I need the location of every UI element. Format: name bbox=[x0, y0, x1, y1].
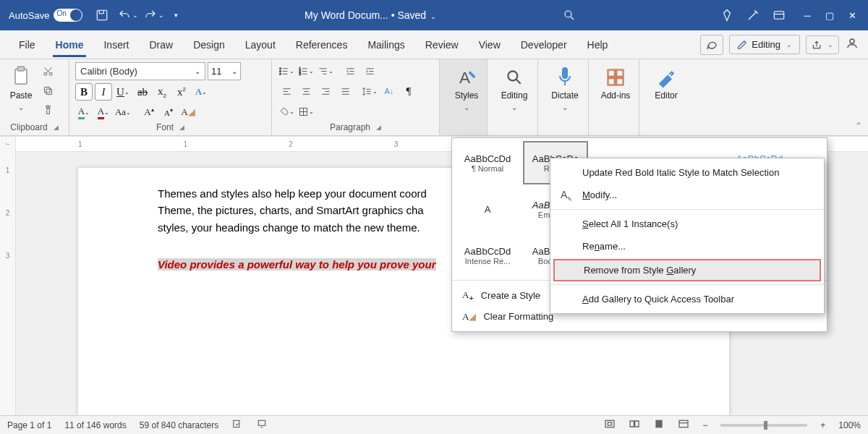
qat-more-icon[interactable]: ▾ bbox=[168, 3, 184, 27]
paste-button[interactable]: Paste bbox=[6, 62, 36, 115]
shrink-font-button[interactable]: A▾ bbox=[160, 103, 177, 121]
bullets-button[interactable]: ⌄ bbox=[278, 62, 295, 80]
sort-button[interactable]: A↓ bbox=[380, 82, 398, 100]
zoom-in-icon[interactable]: + bbox=[820, 420, 825, 430]
cut-icon[interactable] bbox=[39, 62, 56, 80]
font-size-select[interactable]: 11⌄ bbox=[208, 62, 241, 80]
tab-layout[interactable]: Layout bbox=[235, 33, 286, 56]
decrease-indent-button[interactable] bbox=[341, 62, 359, 80]
save-icon[interactable] bbox=[90, 3, 114, 27]
status-chars[interactable]: 59 of 840 characters bbox=[140, 420, 218, 430]
editor-button[interactable]: Editor bbox=[645, 62, 687, 103]
status-page[interactable]: Page 1 of 1 bbox=[7, 420, 51, 430]
tab-file[interactable]: File bbox=[9, 33, 46, 56]
menu-modify[interactable]: A✎Modify... bbox=[550, 184, 824, 206]
zoom-level[interactable]: 100% bbox=[838, 420, 861, 430]
underline-button[interactable]: U⌄ bbox=[114, 83, 132, 101]
ribbon-mode-icon[interactable] bbox=[767, 3, 791, 27]
subscript-button[interactable]: x2 bbox=[153, 83, 171, 101]
menu-add-to-qat[interactable]: Add Gallery to Quick Access Toolbar bbox=[550, 288, 824, 310]
tab-draw[interactable]: Draw bbox=[139, 33, 183, 56]
svg-point-15 bbox=[279, 67, 281, 69]
view-web-icon[interactable] bbox=[678, 419, 689, 431]
view-print-icon[interactable] bbox=[653, 419, 665, 431]
document-title[interactable]: My Word Docum... • Saved ⌄ bbox=[185, 9, 555, 21]
svg-rect-57 bbox=[563, 68, 567, 78]
vertical-ruler[interactable]: 123 bbox=[0, 152, 16, 415]
change-case-button[interactable]: Aa⌄ bbox=[114, 103, 132, 121]
zoom-out-icon[interactable]: − bbox=[702, 420, 707, 430]
paragraph-launcher-icon[interactable]: ◢ bbox=[376, 124, 381, 131]
align-left-button[interactable] bbox=[278, 82, 295, 100]
tab-design[interactable]: Design bbox=[183, 33, 235, 56]
copy-icon[interactable] bbox=[39, 82, 56, 99]
multilevel-list-button[interactable]: ⌄ bbox=[317, 62, 334, 80]
menu-remove-from-gallery[interactable]: Remove from Style Gallery bbox=[553, 259, 821, 281]
tab-review[interactable]: Review bbox=[415, 33, 469, 56]
superscript-button[interactable]: x2 bbox=[173, 83, 190, 101]
align-center-button[interactable] bbox=[297, 82, 315, 100]
status-accessibility-icon[interactable] bbox=[256, 419, 268, 431]
tab-developer[interactable]: Developer bbox=[511, 33, 577, 56]
maximize-icon[interactable]: ▢ bbox=[825, 10, 834, 21]
editing-mode-button[interactable]: Editing⌄ bbox=[729, 35, 800, 54]
style-cell-10[interactable]: AaBbCcDdIntense Re... bbox=[455, 234, 520, 277]
share-button[interactable]: ⌄ bbox=[806, 35, 839, 54]
font-color-button[interactable]: A⌄ bbox=[95, 103, 112, 121]
italic-button[interactable]: I bbox=[95, 83, 112, 101]
align-right-button[interactable] bbox=[317, 82, 334, 100]
text-effects-button[interactable]: A⌄ bbox=[192, 83, 210, 101]
style-cell-0[interactable]: AaBbCcDd¶ Normal bbox=[455, 141, 520, 184]
close-icon[interactable]: ✕ bbox=[848, 10, 856, 21]
shading-button[interactable]: ⌄ bbox=[278, 103, 295, 120]
font-launcher-icon[interactable]: ◢ bbox=[179, 124, 184, 131]
tab-mailings[interactable]: Mailings bbox=[357, 33, 414, 56]
menu-update-style[interactable]: Update Red Bold Italic Style to Match Se… bbox=[550, 161, 824, 184]
tab-view[interactable]: View bbox=[469, 33, 511, 56]
editing-group-label: Editing bbox=[501, 91, 528, 101]
wand-icon[interactable] bbox=[741, 3, 765, 27]
numbering-button[interactable]: 123⌄ bbox=[297, 62, 315, 80]
tab-help[interactable]: Help bbox=[577, 33, 618, 56]
status-bar: Page 1 of 1 11 of 146 words 59 of 840 ch… bbox=[0, 415, 868, 434]
autosave-toggle[interactable]: AutoSave bbox=[9, 9, 82, 22]
tab-home[interactable]: Home bbox=[46, 33, 94, 56]
bold-button[interactable]: B bbox=[75, 83, 93, 101]
highlight-button[interactable]: A⌄ bbox=[75, 103, 93, 121]
addins-button[interactable]: Add-ins bbox=[595, 62, 637, 103]
group-addins: Add-ins bbox=[589, 59, 639, 135]
status-words[interactable]: 11 of 146 words bbox=[64, 420, 126, 430]
view-read-icon[interactable] bbox=[629, 419, 640, 431]
borders-button[interactable]: ⌄ bbox=[297, 103, 315, 120]
font-name-select[interactable]: Calibri (Body)⌄ bbox=[75, 62, 205, 80]
undo-icon[interactable]: ⌄ bbox=[116, 3, 140, 27]
redo-icon[interactable]: ⌄ bbox=[142, 3, 166, 27]
format-painter-icon[interactable] bbox=[39, 101, 56, 119]
justify-button[interactable] bbox=[336, 82, 354, 100]
line-spacing-button[interactable]: ⌄ bbox=[361, 82, 378, 100]
strikethrough-button[interactable]: ab bbox=[134, 83, 151, 101]
editing-button[interactable]: Editing bbox=[493, 62, 535, 115]
menu-select-all[interactable]: Select All 1 Instance(s) bbox=[550, 213, 824, 235]
clipboard-launcher-icon[interactable]: ◢ bbox=[54, 124, 59, 131]
show-marks-button[interactable]: ¶ bbox=[400, 82, 417, 100]
grow-font-button[interactable]: A▴ bbox=[140, 103, 158, 121]
clear-formatting-button[interactable]: A◢ bbox=[179, 103, 197, 121]
search-icon[interactable] bbox=[557, 3, 582, 27]
tab-insert[interactable]: Insert bbox=[93, 33, 139, 56]
account-icon[interactable] bbox=[845, 37, 859, 52]
zoom-slider[interactable] bbox=[720, 424, 807, 427]
styles-button[interactable]: A Styles bbox=[446, 62, 488, 115]
dictate-button[interactable]: Dictate bbox=[544, 62, 586, 115]
view-focus-icon[interactable] bbox=[604, 419, 616, 431]
collapse-ribbon-icon[interactable]: ⌃ bbox=[855, 121, 862, 131]
toggle-switch[interactable] bbox=[54, 9, 82, 22]
increase-indent-button[interactable] bbox=[361, 62, 378, 80]
tab-references[interactable]: References bbox=[286, 33, 358, 56]
style-cell-5[interactable]: A bbox=[455, 187, 520, 231]
menu-rename[interactable]: Rename... bbox=[550, 235, 824, 258]
status-spellcheck-icon[interactable] bbox=[231, 419, 243, 431]
comments-icon[interactable] bbox=[700, 35, 723, 55]
minimize-icon[interactable]: ─ bbox=[804, 10, 811, 21]
diamond-icon[interactable] bbox=[715, 3, 739, 27]
